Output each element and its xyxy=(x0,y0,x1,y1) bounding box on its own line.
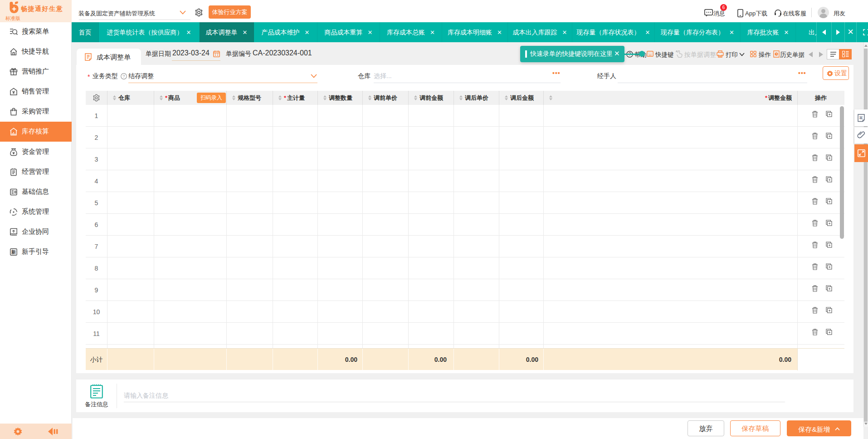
svg-text:新: 新 xyxy=(11,249,16,255)
svg-text:草: 草 xyxy=(859,115,863,120)
svg-text:?: ? xyxy=(122,74,125,79)
